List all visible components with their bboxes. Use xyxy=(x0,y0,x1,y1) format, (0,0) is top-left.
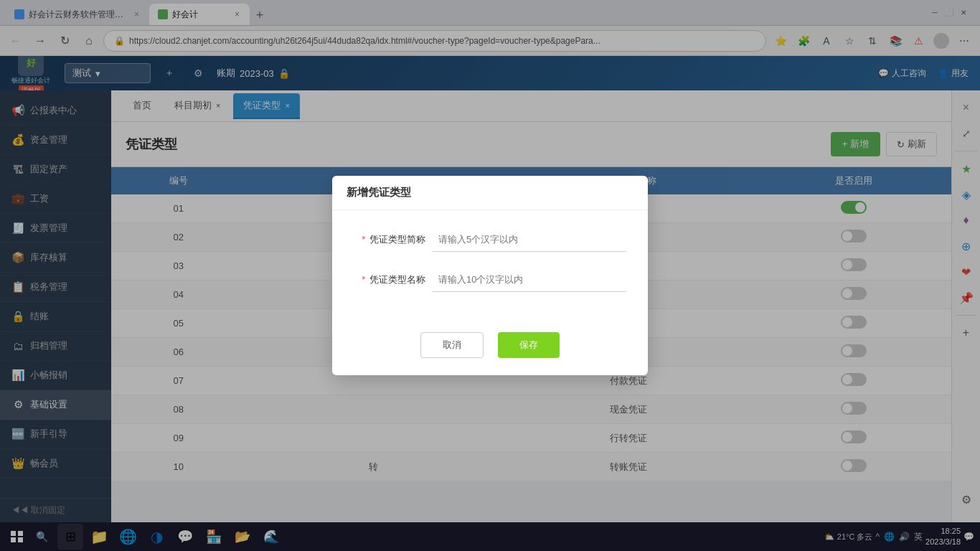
name-required-mark: * xyxy=(362,274,365,285)
dialog-footer: 取消 保存 xyxy=(332,325,648,375)
dialog-overlay: 新增凭证类型 * 凭证类型简称 * 凭证类型名称 xyxy=(0,0,980,551)
dialog-title: 新增凭证类型 xyxy=(332,176,648,210)
save-button[interactable]: 保存 xyxy=(498,332,560,358)
abbr-required-mark: * xyxy=(362,234,365,245)
dialog-body: * 凭证类型简称 * 凭证类型名称 xyxy=(332,210,648,325)
abbr-label-text: 凭证类型简称 xyxy=(369,234,425,245)
new-voucher-dialog: 新增凭证类型 * 凭证类型简称 * 凭证类型名称 xyxy=(332,176,648,375)
name-label-text: 凭证类型名称 xyxy=(369,274,425,285)
form-row-name: * 凭证类型名称 xyxy=(354,268,626,292)
form-row-abbr: * 凭证类型简称 xyxy=(354,227,626,252)
abbr-label: * 凭证类型简称 xyxy=(354,233,425,246)
name-input[interactable] xyxy=(433,268,626,292)
abbr-input[interactable] xyxy=(433,227,626,252)
name-label: * 凭证类型名称 xyxy=(354,273,425,286)
cancel-button[interactable]: 取消 xyxy=(420,332,484,358)
